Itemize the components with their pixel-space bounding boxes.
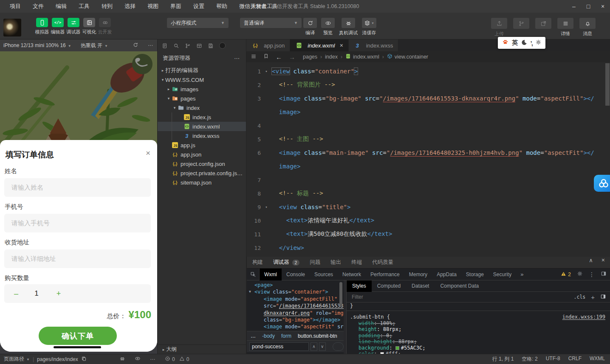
eye-icon[interactable] bbox=[135, 356, 141, 363]
panel-tab-问题[interactable]: 问题 bbox=[310, 259, 320, 266]
code-line[interactable]: 9▾ <view class="title"> bbox=[246, 200, 610, 214]
preview-button[interactable]: 预览 bbox=[321, 18, 335, 36]
code-line[interactable]: 6 <image class="main-image" src="/images… bbox=[246, 146, 610, 160]
css-rules[interactable]: …rpx;} .submit-btn {index.wxss:199width:… bbox=[347, 300, 610, 354]
cloud-assistant-button[interactable] bbox=[594, 175, 610, 192]
breadcrumb-item-index.wxml[interactable]: index.wxml bbox=[345, 53, 379, 60]
panel-tab-终端[interactable]: 终端 bbox=[351, 259, 362, 266]
fold-arrow-icon[interactable]: ▾ bbox=[261, 205, 272, 209]
devtools-tab-AppData[interactable]: AppData bbox=[432, 269, 461, 280]
breadcrumb-item-view.container[interactable]: view.container bbox=[387, 53, 428, 60]
ime-language-toggle[interactable]: 英 bbox=[512, 39, 518, 47]
tab-index.wxml[interactable]: index.wxml× bbox=[290, 39, 348, 51]
ime-moon-icon[interactable] bbox=[521, 39, 528, 47]
status-item[interactable]: 行 1, 列 1 bbox=[492, 356, 514, 363]
tree-item-project.config.json[interactable]: {..}project.config.json bbox=[158, 159, 246, 168]
wxml-node-line[interactable]: <page> bbox=[247, 282, 344, 288]
list-icon[interactable] bbox=[251, 53, 257, 61]
page-icon[interactable] bbox=[162, 43, 168, 50]
code-line[interactable]: 12 </view> bbox=[246, 241, 610, 255]
tree-item-index.js[interactable]: JSindex.js bbox=[158, 112, 246, 122]
device-select[interactable]: iPhone 12/13 mini 100% 16▼ bbox=[3, 42, 71, 48]
warning-count-badge[interactable]: 2 bbox=[561, 271, 571, 278]
project-avatar[interactable] bbox=[3, 19, 21, 36]
refresh-icon[interactable] bbox=[133, 42, 138, 49]
code-line[interactable]: 8 <!-- 标题 --> bbox=[246, 187, 610, 200]
page-path-select[interactable]: 页面路径▼ bbox=[4, 356, 30, 363]
status-item[interactable]: 空格: 2 bbox=[522, 356, 537, 363]
code-line[interactable]: 5 <!-- 主图 --> bbox=[246, 132, 610, 146]
code-line[interactable]: 3 <image class="bg-image" src="/images/1… bbox=[246, 92, 610, 105]
outline-section[interactable]: ▸ 大纲 bbox=[158, 344, 246, 354]
wxml-search-input[interactable] bbox=[249, 342, 309, 351]
wxml-node-line[interactable]: <image mode="aspectFill" bbox=[247, 296, 344, 302]
back-arrow-icon[interactable]: ← bbox=[276, 53, 282, 61]
panel-tab-代码质量[interactable]: 代码质量 bbox=[372, 259, 393, 266]
bookmark-icon[interactable] bbox=[263, 53, 269, 60]
breadcrumb-item-pages[interactable]: pages bbox=[303, 54, 317, 60]
styles-tab-Dataset[interactable]: Dataset bbox=[406, 280, 435, 292]
breadcrumb-item-index[interactable]: index bbox=[325, 54, 338, 60]
chevron-right-icon[interactable]: ▸ bbox=[166, 87, 171, 91]
wxml-node-line[interactable]: <image mode="aspectFit" src= bbox=[247, 323, 344, 330]
sidebar-toggle-icon[interactable] bbox=[600, 294, 606, 301]
toggle-class-button[interactable]: .cls bbox=[574, 294, 586, 300]
css-property-line-height[interactable]: line-height: 88rpx; bbox=[347, 339, 610, 345]
menu-item-7[interactable]: 界面 bbox=[165, 0, 187, 13]
devtools-tab-Security[interactable]: Security bbox=[489, 269, 516, 280]
tree-item-pages[interactable]: ▾pages bbox=[158, 94, 246, 103]
close-tab-icon[interactable]: × bbox=[339, 42, 343, 49]
confirm-order-button[interactable]: 确认下单 bbox=[39, 327, 117, 345]
wxml-scrollbar[interactable] bbox=[339, 282, 342, 307]
status-item[interactable]: WXML bbox=[590, 356, 605, 363]
status-item[interactable]: UTF-8 bbox=[546, 356, 560, 363]
tree-item-index.wxss[interactable]: 3index.wxss bbox=[158, 131, 246, 140]
styles-tab-Styles[interactable]: Styles bbox=[347, 280, 372, 292]
tree-item-app.json[interactable]: {..}app.json bbox=[158, 150, 246, 159]
dom-crumb--body[interactable]: -body bbox=[262, 333, 275, 339]
code-line[interactable]: image> bbox=[246, 160, 610, 173]
css-property-padding[interactable]: padding: 0; bbox=[347, 333, 610, 339]
wxml-node-line[interactable]: ▼<view class="container"> bbox=[247, 288, 344, 295]
dom-crumb-more[interactable]: … bbox=[251, 333, 256, 339]
minus-button[interactable]: – bbox=[10, 284, 22, 303]
cloud-dev-button[interactable]: 云开发 bbox=[99, 18, 111, 35]
maximize-button[interactable]: □ bbox=[581, 0, 596, 13]
new-rule-button[interactable]: + bbox=[591, 294, 595, 301]
minimize-button[interactable]: – bbox=[567, 0, 581, 13]
styles-filter-input[interactable] bbox=[352, 294, 513, 300]
chevron-down-icon[interactable]: ▾ bbox=[166, 96, 171, 101]
devtools-tab-Sources[interactable]: Sources bbox=[310, 269, 338, 280]
inspect-element-icon[interactable] bbox=[247, 269, 260, 280]
dock-side-icon[interactable] bbox=[601, 271, 607, 278]
code-line[interactable]: 1▾<view class="container"> bbox=[246, 64, 610, 78]
modal-close-icon[interactable]: × bbox=[146, 148, 150, 158]
search-prev-button[interactable]: ∧ bbox=[311, 342, 317, 351]
forward-arrow-icon[interactable]: → bbox=[289, 53, 295, 61]
css-property-height[interactable]: height: 88rpx; bbox=[347, 326, 610, 333]
wxml-node-line[interactable]: src="/images/1716464615533- bbox=[247, 302, 344, 309]
code-line[interactable]: 7 bbox=[246, 173, 610, 187]
wxml-node-line[interactable]: dknaxarqr4r.png" role="img" bbox=[247, 310, 344, 316]
debugger-button[interactable]: 调试器 bbox=[67, 18, 80, 35]
hot-reload-toggle[interactable]: 热重载 开▼ bbox=[81, 42, 108, 49]
css-property-color[interactable]: color: #fff; bbox=[347, 351, 610, 354]
ime-paw-icon[interactable] bbox=[502, 39, 509, 47]
menu-item-9[interactable]: 帮助 bbox=[211, 0, 233, 13]
search-next-button[interactable]: ∨ bbox=[319, 342, 326, 351]
code-line[interactable]: 10 <text>浓情端午送好礼</text> bbox=[246, 214, 610, 227]
save-icon[interactable] bbox=[208, 43, 214, 50]
tree-item-index.wxml[interactable]: index.wxml bbox=[158, 122, 246, 131]
tree-item-WWW.SS.COM[interactable]: ▾WWW.SS.COM bbox=[158, 75, 246, 84]
messages-button[interactable]: 消息 bbox=[579, 18, 596, 37]
menu-item-6[interactable]: 视图 bbox=[142, 0, 164, 13]
close-panel-icon[interactable]: × bbox=[602, 257, 605, 263]
ime-settings-icon[interactable] bbox=[535, 39, 542, 47]
tab-app.json[interactable]: {..}app.json bbox=[246, 39, 290, 51]
code-area[interactable]: 1▾<view class="container">2 <!-- 背景图片 --… bbox=[246, 62, 610, 257]
code-line[interactable]: 4 bbox=[246, 119, 610, 132]
code-line[interactable]: image> bbox=[246, 105, 610, 119]
version-control-button[interactable] bbox=[513, 18, 530, 37]
plus-button[interactable]: + bbox=[53, 284, 65, 303]
compile-mode-select[interactable]: 普通编译▼ bbox=[240, 18, 302, 28]
